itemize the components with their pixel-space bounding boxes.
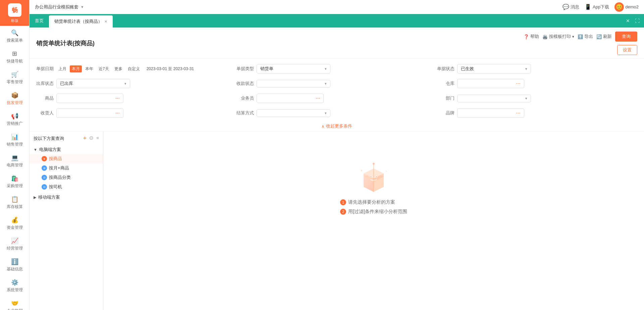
left-panel: 按以下方案查询 + ⊙ « ▼ 电脑端方案 ● 按商品 [30, 132, 103, 310]
date-tab-7days[interactable]: 近7天 [97, 65, 111, 72]
sidebar-item-wholesale[interactable]: 📦 批发管理 [0, 88, 29, 109]
scheme-by-goods[interactable]: ● 按商品 [30, 154, 103, 163]
collapse-filters-button[interactable]: ∧ 收起更多条件 [30, 121, 644, 131]
desktop-section-header[interactable]: ▼ 电脑端方案 [30, 145, 103, 154]
date-filter-value: 上月 本月 本年 近7天 更多 自定义 2023-03-01 至 2023-03… [56, 65, 236, 72]
order-status-select[interactable]: 已生效 ▾ [457, 64, 531, 73]
topbar-industry: 办公用品行业模拟账套 ▾ [35, 4, 84, 10]
svg-text:✦: ✦ [360, 169, 363, 172]
collapse-panel-button[interactable]: « [96, 135, 99, 142]
svg-point-9 [371, 176, 372, 177]
query-button[interactable]: 查询 [615, 32, 637, 42]
settings-scheme-button[interactable]: ⊙ [89, 135, 94, 142]
sidebar-item-sales[interactable]: 📊 销售管理 [0, 130, 29, 151]
refresh-button[interactable]: 🔄 刷新 [596, 34, 612, 40]
tab-maximize-button[interactable]: ⛶ [633, 17, 641, 25]
sidebar-item-purchase[interactable]: 🛍️ 采购管理 [0, 171, 29, 192]
sidebar-nav: 🔍 搜索菜单 ⊞ 快捷导航 🛒 零售管理 📦 批发管理 📢 营销推广 📊 销售管… [0, 26, 29, 310]
date-tab-current-year[interactable]: 本年 [83, 65, 95, 72]
goods-label: 商品 [36, 95, 56, 101]
tab-home[interactable]: 首页 [30, 14, 49, 28]
by-goods-category-label: 按商品分类 [49, 174, 71, 180]
department-select[interactable]: ▾ [457, 95, 531, 102]
order-type-label: 单据类型 [236, 66, 257, 72]
sidebar-item-label: 批发管理 [7, 100, 23, 106]
salesperson-input[interactable]: ··· [257, 94, 324, 103]
sidebar-item-label: 基础信息 [7, 266, 23, 272]
step-2-icon: 2 [340, 209, 346, 215]
sidebar-item-operations[interactable]: 📈 经营管理 [0, 234, 29, 255]
message-label: 消息 [571, 4, 579, 10]
sidebar-item-label: 搜索菜单 [7, 38, 23, 43]
payment-method-select[interactable]: ▾ [257, 109, 330, 117]
add-scheme-button[interactable]: + [83, 135, 87, 142]
scheme-by-month-goods[interactable]: ⊞ 按月+商品 [30, 163, 103, 173]
warehouse-status-select[interactable]: 已出库 ▾ [56, 79, 130, 88]
sidebar-item-label: 资金管理 [7, 225, 23, 230]
sidebar-item-search[interactable]: 🔍 搜索菜单 [0, 26, 29, 47]
sidebar-logo: 畅 标版 [0, 0, 29, 26]
sidebar-item-marketing[interactable]: 📢 营销推广 [0, 109, 29, 130]
app-download-label: App下载 [593, 4, 609, 10]
sidebar-item-basic[interactable]: ℹ️ 基础信息 [0, 255, 29, 275]
help-button[interactable]: ❓ 帮助 [524, 34, 539, 40]
recipient-input[interactable]: ··· [56, 108, 123, 118]
user-menu[interactable]: 😊 demo2 [614, 2, 639, 12]
scheme-by-goods-category[interactable]: ⊟ 按商品分类 [30, 173, 103, 182]
tab-close-icon[interactable]: ✕ [104, 19, 107, 24]
sidebar-item-system[interactable]: ⚙️ 系统管理 [0, 275, 29, 296]
goods-dots-icon: ··· [115, 95, 120, 101]
date-tab-current-month[interactable]: 本月 [70, 65, 82, 72]
sidebar-item-label: 采购管理 [7, 183, 23, 189]
inventory-icon: 📋 [11, 196, 18, 203]
tabbar: 首页 销货单统计表（按商品） ✕ ✕ ⛶ [30, 14, 644, 28]
department-filter-cell: 部门 ▾ [437, 94, 637, 103]
help-label: 帮助 [530, 34, 539, 40]
ecommerce-icon: 💻 [11, 154, 18, 161]
operations-icon: 📈 [11, 237, 18, 245]
help-icon: ❓ [524, 34, 529, 39]
avatar: 😊 [614, 2, 624, 12]
warehouse-input[interactable]: ··· [457, 79, 524, 88]
message-button[interactable]: 💬 消息 [562, 4, 579, 10]
by-printer-icon: ⊟ [42, 184, 47, 190]
by-printer-label: 按司机 [49, 184, 62, 190]
brand-filter-cell: 品牌 ··· [437, 108, 637, 118]
export-button[interactable]: ⬆️ 导出 [578, 34, 593, 40]
order-type-value: 销货单 [260, 66, 273, 72]
date-tab-last-month[interactable]: 上月 [56, 65, 68, 72]
mobile-tree-arrow-icon: ▶ [34, 195, 36, 200]
retail-icon: 🛒 [11, 71, 18, 78]
sidebar-item-ecommerce[interactable]: 💻 电商管理 [0, 151, 29, 171]
tab-close-button[interactable]: ✕ [624, 17, 632, 25]
date-tab-custom[interactable]: 自定义 [126, 65, 142, 72]
sidebar-item-retail[interactable]: 🛒 零售管理 [0, 67, 29, 88]
scheme-by-printer[interactable]: ⊟ 按司机 [30, 182, 103, 192]
sidebar-item-inventory[interactable]: 📋 库存核算 [0, 192, 29, 213]
setting-button[interactable]: 设置 [617, 45, 637, 55]
basic-icon: ℹ️ [11, 258, 18, 265]
collapse-label: 收起更多条件 [326, 123, 352, 129]
tab-sales-stat[interactable]: 销货单统计表（按商品） ✕ [49, 15, 113, 28]
goods-input[interactable]: ··· [56, 94, 123, 103]
print-template-button[interactable]: 🖨️ 按模板打印 ▾ [542, 34, 574, 40]
sidebar-item-label: 销售管理 [7, 142, 23, 147]
app-download-button[interactable]: 📱 App下载 [585, 4, 609, 10]
warehouse-filter-cell: 仓库 ··· [437, 79, 637, 88]
svg-text:✦: ✦ [385, 170, 388, 173]
empty-step-1: 1 请先选择要分析的方案 [340, 199, 407, 205]
sidebar-item-quicknav[interactable]: ⊞ 快捷导航 [0, 47, 29, 67]
payment-status-select[interactable]: ▾ [257, 80, 330, 88]
sidebar-item-finance[interactable]: 💰 资金管理 [0, 213, 29, 234]
order-type-select[interactable]: 销货单 ▾ [257, 64, 330, 73]
sidebar-item-label: 企业协同 [7, 308, 23, 310]
industry-arrow[interactable]: ▾ [81, 4, 84, 9]
mobile-section-header[interactable]: ▶ 移动端方案 [30, 193, 103, 202]
payment-method-filter-cell: 结算方式 ▾ [236, 108, 437, 118]
brand-input[interactable]: ··· [457, 108, 524, 118]
message-icon: 💬 [562, 4, 569, 10]
app-download-icon: 📱 [585, 4, 591, 10]
date-tab-more[interactable]: 更多 [112, 65, 124, 72]
goods-filter-cell: 商品 ··· [36, 94, 236, 103]
sidebar-item-cooperation[interactable]: 🤝 企业协同 [0, 296, 29, 310]
